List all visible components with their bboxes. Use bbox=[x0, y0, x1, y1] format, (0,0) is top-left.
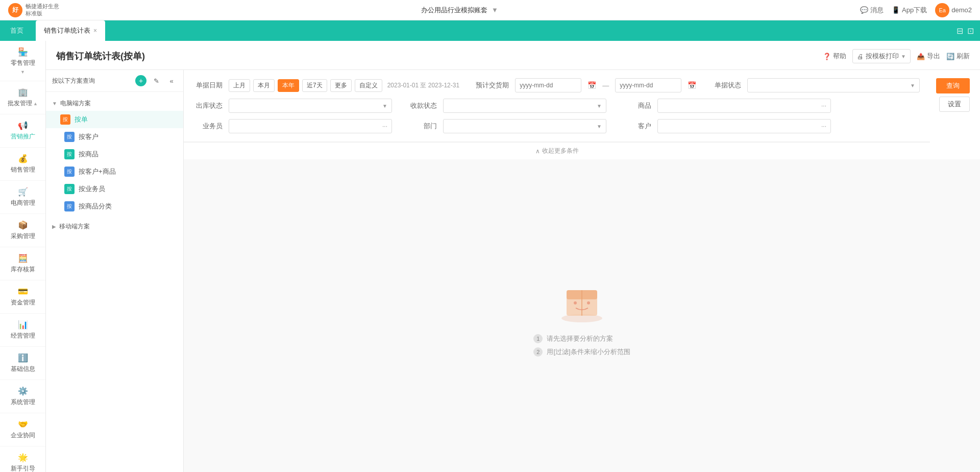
sidebar-item-ecommerce[interactable]: 🛒 电商管理 bbox=[0, 181, 45, 214]
mobile-group-header[interactable]: ▶ 移动端方案 bbox=[46, 219, 183, 234]
logo-icon: 好 bbox=[8, 3, 22, 17]
pc-group-label: 电脑端方案 bbox=[60, 99, 91, 108]
dept-arrow-icon: ▼ bbox=[597, 124, 602, 129]
sidebar-item-marketing-label: 营销推广 bbox=[11, 132, 35, 141]
sidebar-item-retail-label: 零售管理 bbox=[11, 59, 35, 67]
sales-icon: 💰 bbox=[18, 154, 28, 163]
doc-status-select[interactable]: ▼ bbox=[747, 78, 920, 92]
basic-icon: ℹ️ bbox=[18, 353, 28, 363]
svg-point-4 bbox=[574, 301, 577, 304]
edit-scheme-btn[interactable]: ✎ bbox=[151, 75, 162, 86]
tab-close-btn[interactable]: × bbox=[93, 27, 97, 34]
out-status-arrow-icon: ▼ bbox=[382, 103, 387, 109]
left-panel-title: 按以下方案查询 bbox=[52, 77, 131, 85]
wholesale-icon: 🏢 bbox=[18, 87, 28, 97]
sidebar-item-sales[interactable]: 💰 销售管理 bbox=[0, 148, 45, 181]
help-btn[interactable]: ❓ 帮助 bbox=[823, 52, 846, 61]
salesman-select[interactable]: ··· bbox=[229, 119, 392, 133]
company-dropdown-icon[interactable]: ▼ bbox=[492, 6, 498, 14]
scheme-label-按单: 按单 bbox=[75, 115, 88, 124]
marketing-icon: 📢 bbox=[18, 121, 28, 130]
scheme-label-按客户: 按客户 bbox=[79, 132, 99, 141]
empty-illustration bbox=[551, 275, 612, 326]
sidebar-item-sales-label: 销售管理 bbox=[11, 166, 35, 174]
tab-home[interactable]: 首页 bbox=[0, 20, 34, 41]
purchase-icon: 📦 bbox=[18, 220, 28, 230]
sidebar-item-operation[interactable]: 📊 经营管理 bbox=[0, 314, 45, 347]
sidebar-item-inventory[interactable]: 🧮 库存核算 bbox=[0, 247, 45, 280]
settings-btn[interactable]: 设置 bbox=[939, 97, 970, 112]
print-icon: 🖨 bbox=[857, 53, 864, 60]
sidebar-item-marketing[interactable]: 📢 营销推广 bbox=[0, 114, 45, 148]
date-btn-7days[interactable]: 近7天 bbox=[302, 79, 327, 92]
sidebar-item-newbie[interactable]: 🌟 新手引导 bbox=[0, 446, 45, 472]
tab-maximize-btn[interactable]: ⊡ bbox=[967, 26, 974, 36]
sidebar-item-purchase[interactable]: 📦 采购管理 bbox=[0, 214, 45, 247]
scheme-item-按单[interactable]: 按 按单 bbox=[46, 111, 183, 128]
active-tab-label: 销售订单统计表 bbox=[44, 26, 90, 35]
goods-select[interactable]: ··· bbox=[657, 99, 831, 113]
date-btn-this-year[interactable]: 本年 bbox=[278, 79, 299, 92]
expected-date-from-input[interactable] bbox=[515, 78, 581, 92]
export-btn[interactable]: 📤 导出 bbox=[917, 52, 940, 61]
pay-status-select[interactable]: ▼ bbox=[443, 99, 606, 113]
date-btn-this-month[interactable]: 本月 bbox=[253, 79, 275, 92]
user-area[interactable]: Ea demo2 bbox=[935, 3, 972, 17]
query-btn[interactable]: 查询 bbox=[936, 78, 970, 93]
sidebar-item-system[interactable]: ⚙️ 系统管理 bbox=[0, 380, 45, 413]
date-btn-last-month[interactable]: 上月 bbox=[229, 79, 250, 92]
customer-select[interactable]: ··· bbox=[657, 119, 831, 133]
date-btn-more[interactable]: 更多 bbox=[330, 79, 352, 92]
retail-arrow-icon: ▼ bbox=[20, 69, 25, 75]
tab-active[interactable]: 销售订单统计表 × bbox=[36, 20, 105, 41]
cal-from-icon[interactable]: 📅 bbox=[587, 81, 596, 89]
pay-status-arrow-icon: ▼ bbox=[597, 103, 602, 109]
collapse-bar[interactable]: ∧ 收起更多条件 bbox=[184, 142, 930, 159]
print-btn[interactable]: 🖨 按模板打印 ▼ bbox=[852, 49, 911, 63]
empty-tips: 1 请先选择要分析的方案 2 用[过滤]条件来缩小分析范围 bbox=[533, 334, 630, 357]
customer-more-icon[interactable]: ··· bbox=[821, 123, 826, 130]
sidebar-item-newbie-label: 新手引导 bbox=[11, 464, 35, 472]
collapse-panel-btn[interactable]: « bbox=[166, 75, 177, 86]
tip-text-2: 用[过滤]条件来缩小分析范围 bbox=[547, 347, 630, 357]
refresh-btn[interactable]: 🔄 刷新 bbox=[946, 52, 970, 61]
dept-select[interactable]: ▼ bbox=[443, 119, 606, 133]
scheme-label-按业务员: 按业务员 bbox=[79, 184, 105, 194]
out-status-select[interactable]: ▼ bbox=[229, 99, 392, 113]
sidebar-item-retail[interactable]: 🏪 零售管理 ▼ bbox=[0, 41, 45, 81]
page-header: 销售订单统计表(按单) ❓ 帮助 🖨 按模板打印 ▼ 📤 导出 🔄 刷新 bbox=[46, 41, 980, 70]
sidebar-item-basic[interactable]: ℹ️ 基础信息 bbox=[0, 347, 45, 380]
add-scheme-btn[interactable]: + bbox=[135, 75, 146, 86]
date-btn-custom[interactable]: 自定义 bbox=[355, 79, 382, 92]
salesman-more-icon[interactable]: ··· bbox=[382, 123, 387, 130]
user-name: demo2 bbox=[951, 6, 972, 14]
date-label: 单据日期 bbox=[194, 81, 223, 90]
sidebar-item-enterprise-label: 企业协同 bbox=[11, 431, 35, 440]
scheme-icon-按单: 按 bbox=[60, 114, 70, 125]
tab-minimize-btn[interactable]: ⊟ bbox=[957, 26, 963, 36]
empty-tip-1: 1 请先选择要分析的方案 bbox=[533, 334, 630, 343]
sidebar-item-basic-label: 基础信息 bbox=[11, 365, 35, 373]
scheme-label-按商品: 按商品 bbox=[79, 150, 99, 159]
app-download-btn[interactable]: 📱 App下载 bbox=[892, 6, 927, 15]
scheme-item-按业务员[interactable]: 按 按业务员 bbox=[46, 180, 183, 198]
inventory-icon: 🧮 bbox=[18, 253, 28, 263]
goods-more-icon[interactable]: ··· bbox=[821, 102, 826, 109]
tip-text-1: 请先选择要分析的方案 bbox=[547, 334, 613, 343]
message-btn[interactable]: 💬 消息 bbox=[860, 6, 884, 15]
cal-to-icon[interactable]: 📅 bbox=[688, 81, 696, 89]
pc-group-header[interactable]: ▼ 电脑端方案 bbox=[46, 96, 183, 111]
sidebar-item-wholesale[interactable]: 🏢 批发管理 ▲ bbox=[0, 81, 45, 114]
expected-date-to-input[interactable] bbox=[615, 78, 681, 92]
sidebar-item-enterprise[interactable]: 🤝 企业协同 bbox=[0, 413, 45, 446]
sidebar-item-finance-label: 资金管理 bbox=[11, 298, 35, 307]
tip-num-2: 2 bbox=[533, 347, 543, 357]
scheme-item-按商品[interactable]: 按 按商品 bbox=[46, 146, 183, 163]
scheme-item-按客户商品[interactable]: 按 按客户+商品 bbox=[46, 163, 183, 180]
sidebar-item-finance[interactable]: 💳 资金管理 bbox=[0, 280, 45, 314]
company-name: 办公用品行业模拟账套 bbox=[421, 6, 487, 15]
scheme-item-按客户[interactable]: 按 按客户 bbox=[46, 128, 183, 146]
right-panel: 单据日期 上月 本月 本年 近7天 更多 自定义 2023-01-01 至 20… bbox=[184, 70, 980, 472]
scheme-item-按商品分类[interactable]: 按 按商品分类 bbox=[46, 198, 183, 215]
print-dropdown-icon: ▼ bbox=[901, 54, 906, 59]
